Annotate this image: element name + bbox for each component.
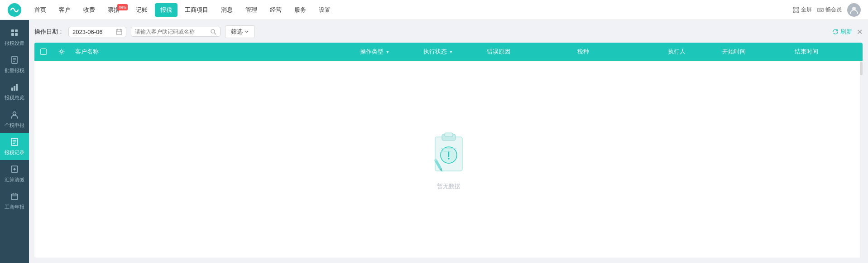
filter-button[interactable]: 筛选	[225, 25, 255, 38]
sidebar-item-personal-tax[interactable]: 个税申报	[0, 106, 29, 133]
svg-point-18	[13, 112, 16, 115]
sidebar-label-settlement: 汇算清缴	[5, 177, 24, 183]
vip-icon	[817, 7, 824, 13]
nav-item-service[interactable]: 服务	[289, 3, 312, 17]
svg-point-32	[211, 29, 215, 33]
fullscreen-button[interactable]: 全屏	[793, 6, 812, 14]
nav-item-invoice[interactable]: 票据 new	[102, 3, 129, 17]
th-operation-type: 操作类型 ▼	[355, 48, 419, 56]
main-layout: 报税设置 批量报税 报税总览	[0, 20, 868, 263]
settings-icon	[58, 49, 65, 55]
th-customer-name: 客户名称	[71, 48, 355, 56]
search-icon	[210, 29, 216, 35]
sidebar-label-tax-settings: 报税设置	[5, 40, 24, 46]
svg-rect-3	[793, 11, 795, 13]
sidebar-label-personal-tax: 个税申报	[5, 122, 24, 128]
vip-button[interactable]: 畅会员	[817, 6, 842, 14]
th-tax-type: 税种	[573, 48, 663, 56]
empty-state: 暂无数据	[426, 128, 471, 190]
sidebar-label-tax-record: 报税记录	[5, 150, 24, 156]
svg-rect-37	[445, 133, 453, 136]
th-end-time: 结束时间	[790, 48, 863, 56]
nav-item-customer[interactable]: 客户	[53, 3, 76, 17]
refresh-icon	[832, 29, 839, 35]
avatar[interactable]	[847, 3, 861, 17]
svg-rect-9	[11, 33, 14, 36]
svg-rect-28	[116, 29, 122, 34]
scroll-thumb	[860, 62, 863, 75]
sidebar: 报税设置 批量报税 报税总览	[0, 20, 29, 263]
operation-type-filter-icon: ▼	[385, 49, 390, 54]
fullscreen-label: 全屏	[801, 6, 812, 14]
select-all-checkbox[interactable]	[40, 49, 47, 55]
svg-line-33	[215, 33, 216, 34]
calendar-icon	[116, 29, 122, 35]
sidebar-label-tax-overview: 报税总览	[5, 95, 24, 101]
tax-settings-icon	[10, 28, 19, 39]
svg-rect-7	[11, 29, 14, 32]
svg-rect-10	[15, 33, 18, 36]
refresh-button[interactable]: 刷新	[832, 28, 852, 36]
avatar-icon	[849, 5, 858, 15]
svg-rect-16	[14, 86, 15, 91]
nav-item-operation[interactable]: 经营	[264, 3, 287, 17]
close-button[interactable]: ✕	[857, 28, 863, 36]
svg-rect-15	[11, 88, 13, 91]
date-input[interactable]	[72, 29, 113, 35]
empty-text: 暂无数据	[437, 182, 460, 190]
sidebar-item-batch-tax[interactable]: 批量报税	[0, 51, 29, 78]
personal-tax-icon	[10, 110, 19, 121]
nav-item-message[interactable]: 消息	[216, 3, 238, 17]
date-label: 操作日期：	[34, 28, 64, 36]
date-input-wrap[interactable]	[68, 27, 126, 37]
vip-label: 畅会员	[825, 6, 842, 14]
table-container: 客户名称 操作类型 ▼ 执行状态 ▼ 错误原因 税种 执行人	[34, 43, 863, 258]
batch-tax-icon	[10, 55, 19, 66]
top-nav: 首页 客户 收费 票据 new 记账 报税 工商项目 消息 管理 经营 服务 设…	[0, 0, 868, 20]
app-logo[interactable]	[7, 3, 22, 17]
th-start-time: 开始时间	[718, 48, 790, 56]
table-header: 客户名称 操作类型 ▼ 执行状态 ▼ 错误原因 税种 执行人	[34, 43, 863, 61]
svg-rect-4	[797, 11, 799, 13]
new-badge: new	[117, 4, 128, 10]
empty-illustration	[426, 128, 471, 178]
filter-label: 筛选	[231, 28, 243, 36]
annual-report-icon	[10, 192, 19, 202]
toolbar: 操作日期： 筛选	[34, 25, 863, 38]
chevron-down-icon	[245, 29, 249, 34]
fullscreen-icon	[793, 7, 799, 13]
svg-rect-26	[11, 194, 18, 200]
table-body: 暂无数据	[34, 61, 863, 258]
content-area: 操作日期： 筛选	[29, 20, 868, 263]
refresh-label: 刷新	[840, 28, 852, 36]
sidebar-item-tax-overview[interactable]: 报税总览	[0, 78, 29, 105]
top-right-area: 全屏 畅会员	[793, 3, 861, 17]
svg-rect-2	[797, 7, 799, 9]
svg-point-34	[61, 51, 62, 53]
sidebar-label-batch-tax: 批量报税	[5, 68, 24, 73]
tax-record-icon	[10, 137, 19, 148]
sidebar-item-tax-settings[interactable]: 报税设置	[0, 24, 29, 51]
th-execution-status: 执行状态 ▼	[419, 48, 482, 56]
sidebar-item-annual-report[interactable]: 工商年报	[0, 187, 29, 214]
sidebar-label-annual-report: 工商年报	[5, 204, 24, 210]
nav-item-business[interactable]: 工商项目	[179, 3, 214, 17]
th-checkbox[interactable]	[34, 49, 53, 55]
svg-rect-8	[15, 29, 18, 32]
sidebar-item-tax-record[interactable]: 报税记录	[0, 133, 29, 160]
nav-item-tax[interactable]: 报税	[155, 3, 177, 17]
nav-item-settings[interactable]: 设置	[313, 3, 336, 17]
nav-items: 首页 客户 收费 票据 new 记账 报税 工商项目 消息 管理 经营 服务 设…	[29, 3, 793, 17]
th-settings[interactable]	[53, 49, 71, 55]
search-wrap	[131, 27, 221, 37]
th-executor: 执行人	[663, 48, 718, 56]
settlement-icon	[10, 165, 19, 175]
nav-item-home[interactable]: 首页	[29, 3, 52, 17]
scroll-track[interactable]	[860, 61, 863, 258]
svg-point-40	[448, 158, 450, 160]
search-input[interactable]	[135, 29, 207, 35]
nav-item-fee[interactable]: 收费	[78, 3, 101, 17]
sidebar-item-settlement[interactable]: 汇算清缴	[0, 160, 29, 187]
nav-item-bookkeeping[interactable]: 记账	[130, 3, 153, 17]
nav-item-manage[interactable]: 管理	[240, 3, 263, 17]
